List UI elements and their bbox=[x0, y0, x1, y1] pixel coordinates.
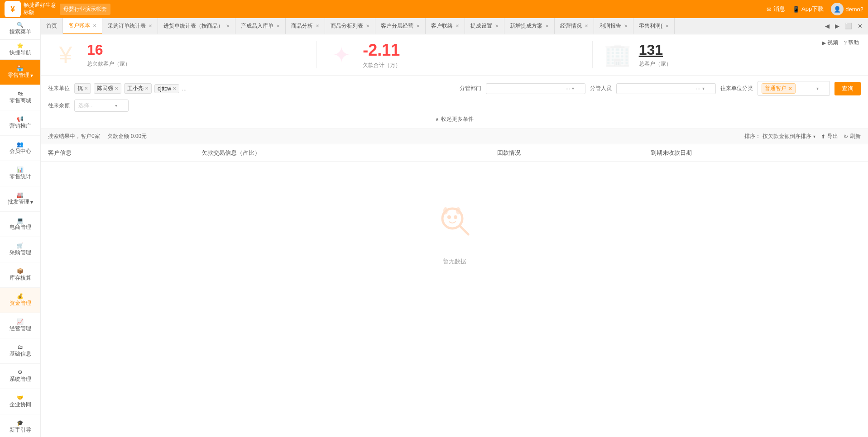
filter-more-btn[interactable]: ... bbox=[182, 86, 187, 92]
sidebar-item-system-mgmt[interactable]: ⚙ 系统管理 bbox=[0, 364, 40, 389]
sidebar-item-new-guide[interactable]: 🎓 新手引导 bbox=[0, 414, 40, 437]
tab-expand[interactable]: ⬜ bbox=[843, 22, 854, 30]
guide-icon: 🎓 bbox=[3, 420, 38, 426]
tab-ops-status[interactable]: 经营情况 ✕ bbox=[555, 18, 594, 34]
tab-close-purchase-order[interactable]: ✕ bbox=[149, 24, 152, 28]
tab-product-analysis-list[interactable]: 商品分析列表 ✕ bbox=[325, 18, 375, 34]
tab-boost-settings[interactable]: 提成设置 ✕ bbox=[465, 18, 504, 34]
customer-type-tag: 普通客户 ✕ bbox=[762, 83, 796, 94]
tab-production[interactable]: 产成品入库单 ✕ bbox=[235, 18, 286, 34]
messages-btn[interactable]: ✉ 消息 bbox=[767, 5, 785, 13]
tab-close-inventory[interactable]: ✕ bbox=[226, 24, 230, 28]
filter-tag-wang: 王小亮 ✕ bbox=[124, 83, 152, 94]
tag-close-cjttcw[interactable]: ✕ bbox=[173, 86, 176, 91]
operations-icon: 📈 bbox=[3, 318, 38, 325]
stat-header-actions: ▶ 视频 ? 帮助 bbox=[822, 39, 859, 47]
top-bar-right: ✉ 消息 📱 App下载 👤 demo2 bbox=[767, 3, 863, 15]
stat-clients-value: 131 bbox=[639, 42, 671, 58]
customer-type-close[interactable]: ✕ bbox=[788, 86, 792, 92]
sidebar-item-capital-mgmt[interactable]: 💰 资金管理 bbox=[0, 288, 40, 313]
unit-filter-label: 往来单位 bbox=[48, 85, 70, 92]
sidebar-item-retail-mgmt[interactable]: 🏪 零售管理▾ bbox=[0, 60, 40, 85]
sidebar-quick-nav[interactable]: ⭐ 快捷导航 bbox=[0, 40, 40, 60]
tab-home[interactable]: 首页 bbox=[41, 18, 63, 34]
dept-filter-select[interactable]: ··· ▾ bbox=[486, 83, 585, 94]
tab-close-segment[interactable]: ✕ bbox=[416, 24, 420, 28]
tag-close-chen[interactable]: ✕ bbox=[115, 86, 118, 91]
stat-total-customers: ¥ 16 总欠款客户（家） bbox=[50, 39, 307, 71]
top-bar: ¥ 畅捷通好生意 标版 母婴行业演示帐套 ✉ 消息 📱 App下载 👤 demo… bbox=[0, 0, 868, 18]
query-button[interactable]: 查询 bbox=[834, 82, 861, 95]
tab-inventory-stats[interactable]: 进货单统计表（按商品） ✕ bbox=[158, 18, 235, 34]
tab-customer-contact[interactable]: 客户联络 ✕ bbox=[426, 18, 465, 34]
download-icon: 📱 bbox=[792, 6, 800, 13]
tab-close-customer-book[interactable]: ✕ bbox=[93, 23, 96, 28]
tab-customer-book[interactable]: 客户账本 ✕ bbox=[63, 18, 102, 34]
tab-close-ops[interactable]: ✕ bbox=[585, 24, 588, 28]
refresh-btn[interactable]: ↻ 刷新 bbox=[844, 133, 861, 140]
stat-debt-label: 欠款合计（万） bbox=[363, 62, 401, 69]
empty-state-text: 暂无数据 bbox=[443, 257, 466, 266]
tab-close-contact[interactable]: ✕ bbox=[456, 24, 459, 28]
avatar: 👤 bbox=[831, 3, 844, 15]
tab-profit-report[interactable]: 利润报告 ✕ bbox=[594, 18, 633, 34]
marketing-icon: 📢 bbox=[3, 116, 38, 122]
svg-point-2 bbox=[447, 215, 451, 219]
tag-close-wang[interactable]: ✕ bbox=[145, 86, 149, 91]
tab-product-analysis[interactable]: 商品分析 ✕ bbox=[286, 18, 325, 34]
company-selector[interactable]: 母婴行业演示帐套 bbox=[60, 4, 110, 15]
sidebar-item-operations[interactable]: 📈 经营管理 bbox=[0, 313, 40, 338]
balance-filter-select[interactable]: 选择... ▾ bbox=[74, 100, 129, 112]
debt-bg-icon: ✦ bbox=[332, 42, 350, 67]
sidebar-search[interactable]: 🔍 搜索菜单 bbox=[0, 18, 40, 40]
tab-close-production[interactable]: ✕ bbox=[276, 24, 280, 28]
wholesale-icon: 🏭 bbox=[3, 192, 38, 198]
tab-close-product-list[interactable]: ✕ bbox=[366, 24, 369, 28]
sidebar-item-marketing[interactable]: 📢 营销推广 bbox=[0, 110, 40, 136]
user-avatar-btn[interactable]: 👤 demo2 bbox=[831, 3, 863, 15]
capital-icon: 💰 bbox=[3, 293, 38, 299]
basic-info-icon: 🗂 bbox=[3, 344, 38, 350]
sidebar-item-wholesale-mgmt[interactable]: 🏭 批发管理▾ bbox=[0, 186, 40, 212]
sidebar-item-ecommerce[interactable]: 💻 电商管理 bbox=[0, 212, 40, 237]
retail-stats-icon: 📊 bbox=[3, 166, 38, 173]
sidebar-item-inventory[interactable]: 📦 库存核算 bbox=[0, 262, 40, 288]
tab-bar: 首页 客户账本 ✕ 采购订单统计表 ✕ 进货单统计表（按商品） ✕ 产成品入库单… bbox=[41, 18, 868, 34]
retail-mall-icon: 🛍 bbox=[3, 90, 38, 97]
video-btn[interactable]: ▶ 视频 bbox=[822, 39, 838, 47]
tab-retail-profit[interactable]: 零售利润( ✕ bbox=[633, 18, 675, 34]
person-more-icon[interactable]: ··· bbox=[696, 86, 700, 92]
svg-line-1 bbox=[460, 226, 468, 234]
dept-more-icon[interactable]: ··· bbox=[566, 86, 570, 92]
tab-scroll-left[interactable]: ◀ bbox=[823, 22, 831, 30]
stat-total-debt: ✦ -2.11 欠款合计（万） bbox=[326, 39, 583, 71]
person-filter-select[interactable]: ··· ▾ bbox=[616, 83, 716, 94]
sidebar-item-member-center[interactable]: 👥 会员中心 bbox=[0, 136, 40, 161]
unit-type-select[interactable]: 普通客户 ✕ ▾ bbox=[758, 81, 830, 96]
tab-new-boost[interactable]: 新增提成方案 ✕ bbox=[504, 18, 555, 34]
sort-select[interactable]: 排序： 按欠款金额倒序排序 ▾ bbox=[744, 133, 815, 140]
app-download-btn[interactable]: 📱 App下载 bbox=[792, 5, 824, 13]
tab-purchase-order[interactable]: 采购订单统计表 ✕ bbox=[102, 18, 158, 34]
collapse-btn[interactable]: ∧ 收起更多条件 bbox=[48, 115, 861, 123]
tab-close-profit[interactable]: ✕ bbox=[624, 24, 628, 28]
export-btn[interactable]: ⬆ 导出 bbox=[821, 133, 838, 140]
tab-close-retail-profit[interactable]: ✕ bbox=[665, 24, 669, 28]
sidebar-item-basic-info[interactable]: 🗂 基础信息 bbox=[0, 338, 40, 364]
help-btn[interactable]: ? 帮助 bbox=[844, 39, 859, 47]
filter-row-2: 往来余额 选择... ▾ bbox=[48, 100, 861, 112]
tab-close-product-analysis[interactable]: ✕ bbox=[316, 24, 319, 28]
sidebar-item-purchase-mgmt[interactable]: 🛒 采购管理 bbox=[0, 237, 40, 262]
tab-close-boost[interactable]: ✕ bbox=[495, 24, 499, 28]
sidebar-item-retail-mall[interactable]: 🛍 零售商城 bbox=[0, 85, 40, 110]
tag-close-wa[interactable]: ✕ bbox=[84, 86, 88, 91]
sidebar-item-retail-stats[interactable]: 📊 零售统计 bbox=[0, 161, 40, 186]
tab-customer-segment[interactable]: 客户分层经营 ✕ bbox=[375, 18, 426, 34]
stat-numbers-debt: -2.11 欠款合计（万） bbox=[363, 41, 401, 69]
tab-close-all[interactable]: ✕ bbox=[856, 22, 864, 30]
clients-bg-icon: 🏢 bbox=[604, 42, 631, 67]
col-debt-info: 欠款交易信息（占比） bbox=[194, 144, 490, 162]
tab-close-new-boost[interactable]: ✕ bbox=[545, 24, 549, 28]
tab-scroll-right[interactable]: ▶ bbox=[833, 22, 841, 30]
sidebar-item-enterprise-collab[interactable]: 🤝 企业协同 bbox=[0, 389, 40, 414]
